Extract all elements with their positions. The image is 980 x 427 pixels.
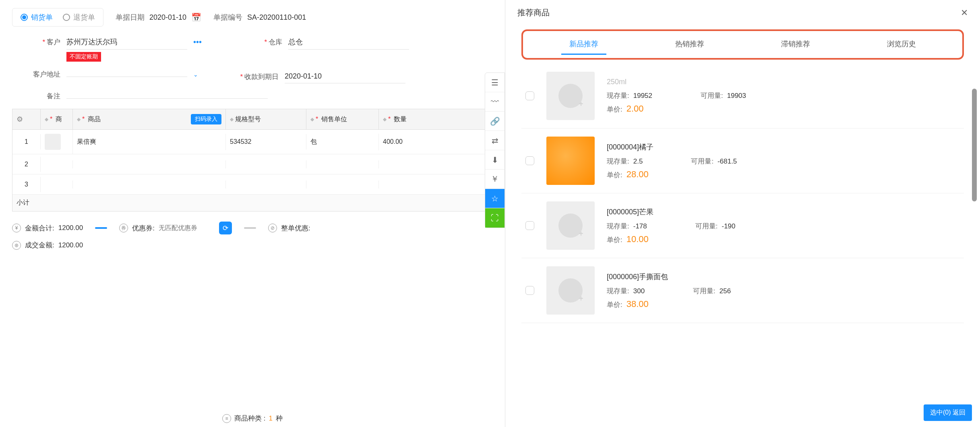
sort-icon[interactable]: ◆ [77, 116, 81, 122]
chevron-down-icon[interactable]: ⌄ [193, 71, 198, 78]
tab-return-order[interactable]: 退货单 [63, 12, 95, 22]
coupon-label: 优惠券: [132, 224, 155, 233]
sort-icon[interactable]: ◆ [383, 116, 387, 122]
address-field: 客户地址 ⌄ [12, 70, 198, 79]
product-name: 250ml [607, 78, 960, 86]
amount-total: ¥ 金额合计: 1200.00 [12, 224, 83, 233]
tab-slow-recommend[interactable]: 滞销推荐 [773, 34, 818, 55]
discount-label: 整单优惠: [281, 224, 310, 233]
recommend-item: 250ml现存量:19952可用量:19903单价:2.00 [521, 64, 964, 129]
stock-stat: 现存量:300 [607, 286, 645, 296]
recommend-list[interactable]: 250ml现存量:19952可用量:19903单价:2.00[0000004]橘… [505, 64, 980, 398]
tab-sales-order[interactable]: 销货单 [21, 12, 53, 22]
row-product[interactable] [73, 180, 226, 189]
item-checkbox[interactable] [525, 286, 534, 295]
customer-label: 客户 [47, 38, 60, 46]
recommend-item: [0000005]芒果现存量:-178可用量:-190单价:10.00 [521, 193, 964, 258]
doc-date-field: 单据日期 2020-01-10 📅 [116, 12, 201, 22]
dash-icon [95, 227, 107, 229]
due-date-value[interactable]: 2020-01-10 [285, 70, 405, 83]
doc-number-label: 单据编号 [213, 12, 242, 22]
row-index: 1 [12, 134, 41, 149]
scan-input-button[interactable]: 扫码录入 [191, 114, 221, 124]
sort-icon[interactable]: ◆ [45, 116, 48, 122]
product-name: [0000006]手撕面包 [607, 272, 960, 282]
item-checkbox[interactable] [525, 221, 534, 230]
kinds-label: 商品种类 : [234, 414, 265, 423]
table-row[interactable]: 1果倍爽534532包400.00 [12, 130, 492, 154]
close-icon[interactable]: ✕ [961, 8, 968, 18]
exchange-icon[interactable]: ⇄ [485, 131, 504, 150]
account-period-badge: 不固定账期 [66, 52, 101, 62]
tab-new-recommend[interactable]: 新品推荐 [561, 34, 606, 55]
product-name: [0000005]芒果 [607, 207, 960, 217]
select-return-button[interactable]: 选中(0) 返回 [924, 404, 972, 421]
product-name: [0000004]橘子 [607, 142, 960, 152]
warehouse-value[interactable]: 总仓 [288, 35, 409, 50]
product-image [546, 72, 595, 120]
table-row[interactable]: 3 [12, 174, 492, 195]
tab-hot-recommend[interactable]: 热销推荐 [667, 34, 712, 55]
col-spec: 规格型号 [235, 115, 261, 124]
deal-label: 成交金额: [25, 240, 54, 250]
link-icon[interactable]: 🔗 [485, 112, 504, 131]
customer-field: *客户 苏州万达沃尔玛 ••• [12, 35, 202, 50]
row-spec[interactable] [226, 180, 306, 189]
amount-value: 1200.00 [58, 224, 83, 232]
col-qty: 数量 [394, 115, 407, 124]
customer-lookup-button[interactable]: ••• [193, 37, 202, 47]
doc-date-value[interactable]: 2020-01-10 [149, 13, 186, 22]
star-icon[interactable]: ☆ [485, 189, 504, 208]
bookmark-icon[interactable]: ⬇ [485, 150, 504, 170]
due-date-field: *收款到期日 2020-01-10 [230, 70, 405, 83]
subtotal-row: 小计 [12, 195, 492, 211]
table-row[interactable]: 2 [12, 154, 492, 174]
row-qty[interactable] [379, 160, 427, 168]
kinds-value: 1 [269, 415, 272, 423]
stock-stat: 现存量:19952 [607, 91, 652, 100]
row-product[interactable] [73, 160, 226, 168]
address-input[interactable] [66, 72, 187, 77]
stock-stat: 现存量:2.5 [607, 157, 643, 166]
available-stat: 可用量:-681.5 [691, 157, 737, 166]
item-checkbox[interactable] [525, 91, 534, 100]
recommend-item: [0000004]橘子现存量:2.5可用量:-681.5单价:28.00 [521, 129, 964, 193]
warehouse-label: 仓库 [269, 38, 282, 46]
recommend-tabs: 新品推荐 热销推荐 滞销推荐 浏览历史 [521, 29, 964, 60]
sort-icon[interactable]: ◆ [310, 116, 314, 122]
warehouse-field: *仓库 总仓 [234, 35, 409, 50]
remark-input[interactable] [66, 93, 268, 99]
remark-field: 备注 [12, 91, 268, 101]
list-icon[interactable]: ☰ [485, 73, 504, 92]
currency-icon[interactable]: ￥ [485, 170, 504, 189]
tab-browse-history[interactable]: 浏览历史 [879, 34, 924, 55]
row-qty[interactable]: 400.00 [379, 134, 427, 149]
row-spec[interactable]: 534532 [226, 134, 306, 149]
customer-value[interactable]: 苏州万达沃尔玛 [66, 35, 187, 50]
expand-icon[interactable]: ⛶ [485, 208, 504, 228]
row-unit[interactable] [306, 160, 379, 168]
chart-icon[interactable]: 〰 [485, 92, 504, 112]
yen-icon: ¥ [12, 224, 21, 232]
coupon-input[interactable] [159, 224, 215, 232]
radio-icon [63, 14, 70, 21]
row-unit[interactable] [306, 180, 379, 189]
item-checkbox[interactable] [525, 156, 534, 165]
gear-icon[interactable]: ⚙ [17, 115, 23, 124]
calendar-icon[interactable]: 📅 [191, 12, 201, 22]
remark-label: 备注 [12, 91, 60, 101]
sort-icon[interactable]: ◆ [230, 116, 234, 122]
refresh-button[interactable]: ⟳ [219, 222, 232, 234]
discount-field: ⊘ 整单优惠: [268, 224, 310, 233]
col-img: 商 [56, 115, 62, 124]
items-grid: ⚙ ◆*商 ◆*商品扫码录入 ◆规格型号 ◆*销售单位 ◆*数量 1果倍爽534… [12, 109, 493, 211]
row-product[interactable]: 果倍爽 [73, 134, 226, 150]
doc-number-field: 单据编号 SA-20200110-001 [213, 12, 306, 22]
row-spec[interactable] [226, 160, 306, 168]
side-toolbar: ☰ 〰 🔗 ⇄ ⬇ ￥ ☆ ⛶ [485, 73, 505, 228]
row-qty[interactable] [379, 180, 427, 189]
row-unit[interactable]: 包 [306, 134, 379, 150]
scrollbar[interactable] [972, 89, 977, 201]
doc-number-value: SA-20200110-001 [247, 13, 306, 22]
address-label: 客户地址 [12, 70, 60, 79]
